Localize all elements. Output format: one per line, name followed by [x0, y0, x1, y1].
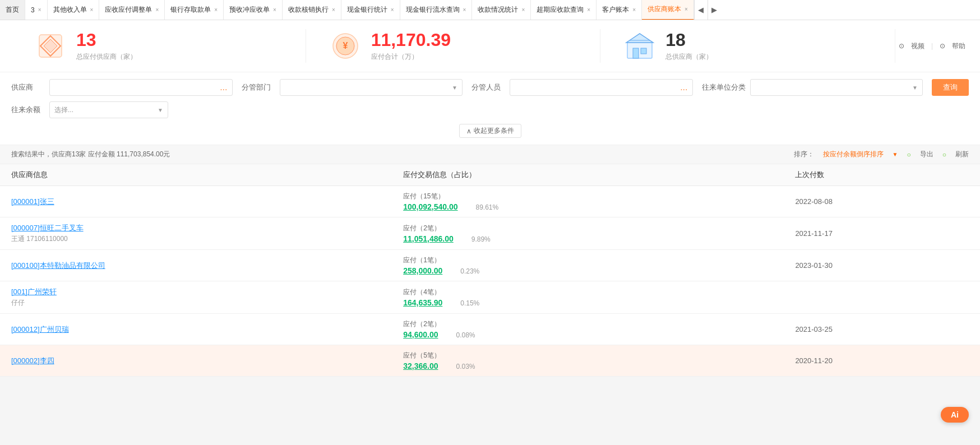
- svg-text:¥: ¥: [343, 41, 348, 50]
- sort-chevron-icon[interactable]: ▼: [893, 151, 898, 157]
- nav-tab-prepay[interactable]: 预收冲应收单 ×: [224, 0, 283, 20]
- pay-amount-row: 94,600.000.08%: [403, 329, 773, 339]
- table-row: [000100]本特勒油品有限公司应付（1笔）258,000.000.23%20…: [0, 250, 980, 281]
- nav-tab-home[interactable]: 首页: [0, 0, 25, 20]
- close-icon[interactable]: ×: [587, 7, 590, 13]
- nav-tab-supplier[interactable]: 供应商账本 ×: [642, 0, 694, 20]
- close-icon[interactable]: ×: [214, 7, 218, 13]
- nav-tab-cash-stat-label: 现金银行统计: [347, 5, 387, 15]
- nav-prev[interactable]: ◀: [694, 0, 708, 20]
- person-input-wrapper[interactable]: ...: [510, 79, 693, 96]
- close-icon[interactable]: ×: [90, 7, 94, 13]
- nav-tab-bank[interactable]: 银行存取款单 ×: [165, 0, 224, 20]
- pay-percent: 0.23%: [451, 267, 479, 275]
- supplier-input[interactable]: [54, 84, 220, 91]
- nav-tab-overdue[interactable]: 超期应收款查询 ×: [531, 0, 597, 20]
- export-button[interactable]: 导出: [920, 150, 933, 159]
- pay-amount[interactable]: 11,051,486.00: [403, 234, 454, 243]
- table-row: [000002]李四应付（5笔）32,366.000.03%2020-11-20: [0, 345, 980, 377]
- pay-amount-row: 258,000.000.23%: [403, 265, 773, 275]
- supplier-name-link[interactable]: [000012]广州贝瑞: [11, 325, 381, 335]
- nav-tab-cash-flow-label: 现金银行流水查询: [406, 5, 460, 15]
- pay-percent: 0.08%: [447, 331, 475, 339]
- person-input[interactable]: [515, 84, 680, 91]
- table-row: [001]广州荣轩仔仔应付（4笔）164,635.900.15%: [0, 281, 980, 314]
- stat-block-total-suppliers: 18 总供应商（家）: [600, 29, 895, 63]
- refresh-button[interactable]: 刷新: [955, 150, 969, 159]
- query-button[interactable]: 查询: [932, 79, 969, 96]
- nav-tab-customer[interactable]: 客户账本 ×: [597, 0, 642, 20]
- nav-tab-supplier-label: 供应商账本: [648, 4, 681, 14]
- close-icon[interactable]: ×: [685, 6, 688, 12]
- nav-tab-3-label: 3: [31, 6, 35, 14]
- pay-count: 应付（5笔）: [403, 351, 773, 360]
- supplier-name-link[interactable]: [000002]李四: [11, 356, 381, 366]
- pay-amount[interactable]: 94,600.00: [403, 330, 438, 339]
- supplier-input-wrapper[interactable]: ...: [49, 79, 233, 96]
- col-transaction-info: 应付交易信息（占比）: [392, 164, 784, 186]
- result-actions: 排序： 按应付余额倒序排序 ▼ ○ 导出 ○ 刷新: [794, 150, 969, 159]
- supplier-name-link[interactable]: [000001]张三: [11, 197, 381, 207]
- close-icon[interactable]: ×: [155, 7, 159, 13]
- td-transaction-info: 应付（1笔）258,000.000.23%: [392, 250, 784, 281]
- category-chevron-icon[interactable]: ▼: [912, 85, 918, 91]
- video-link[interactable]: 视频: [911, 41, 924, 51]
- filter-label-balance: 往来余额: [11, 105, 45, 115]
- sort-value[interactable]: 按应付余额倒序排序: [823, 150, 884, 159]
- table-row: [000012]广州贝瑞应付（2笔）94,600.000.08%2021-03-…: [0, 314, 980, 345]
- supplier-name-link[interactable]: [000007]恒旺二手叉车: [11, 223, 381, 233]
- stat-icon-2: ¥: [329, 29, 362, 63]
- pay-amount[interactable]: 164,635.90: [403, 298, 442, 307]
- svg-rect-8: [641, 48, 646, 54]
- dept-select[interactable]: ▼: [280, 79, 463, 96]
- nav-next[interactable]: ▶: [708, 0, 721, 20]
- nav-tab-other-income[interactable]: 其他收入单 ×: [48, 0, 100, 20]
- nav-tab-3[interactable]: 3 ×: [25, 0, 48, 20]
- nav-tab-receipt[interactable]: 收款核销执行 ×: [283, 0, 341, 20]
- td-last-pay-date: 2022-08-08: [784, 186, 980, 217]
- close-icon[interactable]: ×: [463, 7, 466, 13]
- collapse-button[interactable]: ∧ 收起更多条件: [459, 124, 521, 138]
- nav-tab-bank-label: 银行存取款单: [170, 5, 211, 15]
- nav-tab-receipt-stat[interactable]: 收款情况统计 ×: [472, 0, 531, 20]
- table-row: [000001]张三应付（15笔）100,092,540.0089.61%202…: [0, 186, 980, 217]
- help-link[interactable]: 帮助: [952, 41, 965, 51]
- close-icon[interactable]: ×: [632, 7, 636, 13]
- filter-label-supplier: 供应商: [11, 82, 45, 92]
- close-icon[interactable]: ×: [521, 7, 525, 13]
- close-icon[interactable]: ×: [332, 7, 335, 13]
- pay-amount[interactable]: 32,366.00: [403, 361, 438, 370]
- close-icon[interactable]: ×: [273, 7, 276, 13]
- nav-tab-ar-ap-label: 应收应付调整单: [105, 5, 152, 15]
- table-row: [000007]恒旺二手叉车王通 17106110000应付（2笔）11,051…: [0, 217, 980, 250]
- nav-tab-3-close[interactable]: ×: [38, 7, 41, 13]
- nav-tab-cash-stat[interactable]: 现金银行统计 ×: [341, 0, 400, 20]
- sort-label: 排序：: [794, 150, 814, 159]
- person-dots[interactable]: ...: [680, 82, 687, 92]
- filter-area: 供应商 ... 分管部门 ▼ 分管人员 ... 往来单位分类: [0, 72, 980, 145]
- pay-amount[interactable]: 100,092,540.00: [403, 202, 457, 211]
- pay-amount-row: 100,092,540.0089.61%: [403, 201, 773, 211]
- close-icon[interactable]: ×: [391, 7, 394, 13]
- pay-amount-row: 32,366.000.03%: [403, 360, 773, 370]
- nav-tab-cash-flow[interactable]: 现金银行流水查询 ×: [400, 0, 473, 20]
- balance-select[interactable]: 选择... ▼: [49, 101, 168, 118]
- supplier-name-link[interactable]: [000100]本特勒油品有限公司: [11, 261, 381, 271]
- dept-chevron-icon[interactable]: ▼: [452, 85, 457, 91]
- nav-tab-ar-ap[interactable]: 应收应付调整单 ×: [99, 0, 165, 20]
- td-supplier-info: [000002]李四: [0, 345, 392, 377]
- pay-percent: 9.89%: [463, 235, 491, 243]
- balance-chevron-icon[interactable]: ▼: [158, 107, 163, 113]
- stat-icon-3: [623, 29, 657, 63]
- filter-item-dept: 分管部门 ▼: [242, 79, 463, 96]
- supplier-name-link[interactable]: [001]广州荣轩: [11, 287, 381, 297]
- pay-amount[interactable]: 258,000.00: [403, 266, 442, 275]
- stat-number-2: 11,170.39: [371, 30, 451, 50]
- stat-info-2: 11,170.39 应付合计（万）: [371, 30, 451, 62]
- supplier-dots[interactable]: ...: [220, 82, 227, 92]
- collapse-bar: ∧ 收起更多条件: [11, 124, 969, 138]
- pay-percent: 0.15%: [451, 299, 479, 307]
- filter-item-balance: 往来余额 选择... ▼: [11, 101, 168, 118]
- stat-info-1: 13 总应付供应商（家）: [76, 30, 137, 62]
- category-select[interactable]: ▼: [750, 79, 923, 96]
